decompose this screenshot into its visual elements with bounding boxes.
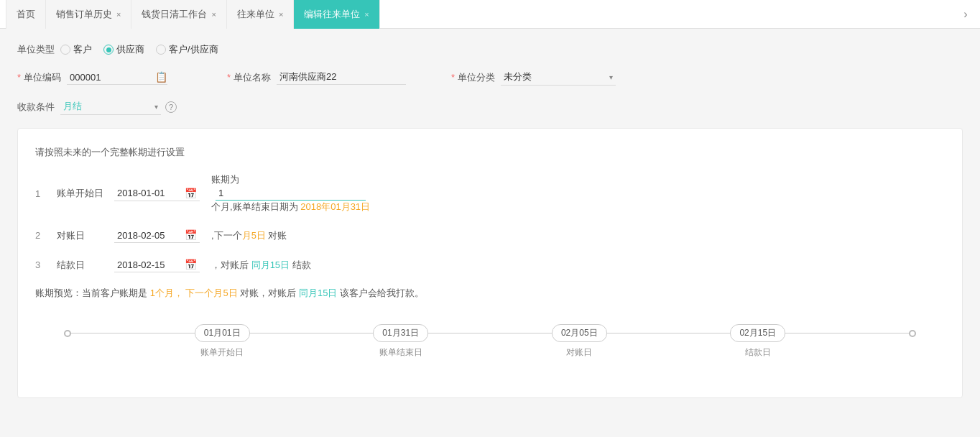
unit-name-field: * 单位名称 [227, 70, 428, 85]
radio-both-label: 客户/供应商 [169, 43, 218, 56]
period-row-3: 3 结款日 📅 ，对账后 同月15日 结款 [35, 257, 945, 272]
unit-code-input-wrapper: 📋 [67, 70, 167, 85]
copy-icon[interactable]: 📋 [155, 71, 167, 83]
tab-edit-partner[interactable]: 编辑往来单位 × [294, 0, 379, 29]
unit-code-input[interactable] [67, 70, 152, 84]
payment-terms-field: 收款条件 月结 ▾ ? [17, 98, 177, 115]
timeline-label-3: 对账日 [566, 346, 592, 359]
timeline-start-dot-circle [64, 330, 71, 337]
tab-cash-work[interactable]: 钱货日清工作台 × [131, 0, 226, 29]
close-tab-cash-work[interactable]: × [211, 10, 216, 19]
timeline-container: 01月01日 账单开始日 01月31日 账单结束日 02月05日 对账日 02月… [35, 317, 945, 380]
period-desc-2-normal: ,下一个 [211, 230, 242, 241]
unit-info-row: * 单位编码 📋 * 单位名称 * 单位分类 未分类 ▾ [17, 69, 963, 86]
unit-type-field: 单位类型 客户 供应商 客户/供应商 [17, 43, 218, 56]
unit-code-required: * [17, 72, 21, 83]
radio-both[interactable]: 客户/供应商 [156, 43, 218, 56]
payment-terms-arrow-icon: ▾ [154, 103, 158, 111]
timeline-end-dot-circle [909, 330, 916, 337]
period-end-date-highlight: 2018年01月31日 [300, 201, 370, 212]
unit-category-value: 未分类 [504, 70, 605, 83]
tabs-bar: 首页 销售订单历史 × 钱货日清工作台 × 往来单位 × 编辑往来单位 × › [0, 0, 980, 29]
unit-type-row: 单位类型 客户 供应商 客户/供应商 [17, 43, 963, 56]
period-date-input-3[interactable] [117, 259, 182, 270]
period-index-1: 1 [35, 188, 57, 199]
tab-sales-history[interactable]: 销售订单历史 × [46, 0, 131, 29]
unit-code-field: * 单位编码 📋 [17, 70, 204, 85]
period-label-1: 账单开始日 [57, 187, 114, 200]
period-desc-2-orange: 月5日 [242, 230, 266, 241]
period-desc-prefix-1: 账期为 [211, 174, 239, 185]
period-desc-suffix-1: 个月,账单结束日期为 [211, 201, 298, 212]
unit-category-field: * 单位分类 未分类 ▾ [451, 69, 616, 86]
period-date-1: 📅 [114, 186, 200, 201]
preview-1mo: 1个月， [150, 288, 183, 298]
unit-type-radio-group: 客户 供应商 客户/供应商 [60, 43, 218, 56]
unit-category-select[interactable]: 未分类 ▾ [501, 69, 616, 86]
period-index-2: 2 [35, 230, 57, 241]
timeline-badge-4: 02月15日 [730, 324, 785, 342]
radio-supplier-inner [106, 47, 111, 52]
period-row-2: 2 对账日 📅 ,下一个月5日 对账 [35, 228, 945, 243]
payment-terms-select[interactable]: 月结 ▾ [60, 98, 161, 115]
timeline-nodes-row: 01月01日 账单开始日 01月31日 账单结束日 02月05日 对账日 02月… [64, 324, 916, 359]
timeline-label-4: 结款日 [745, 346, 771, 359]
period-desc-3-normal2: 结款 [290, 259, 311, 270]
period-desc-3: ，对账后 同月15日 结款 [211, 259, 311, 272]
period-date-3: 📅 [114, 257, 200, 272]
calendar-icon-2[interactable]: 📅 [185, 229, 197, 241]
period-desc-2: ,下一个月5日 对账 [211, 229, 287, 242]
period-index-3: 3 [35, 259, 57, 270]
period-date-2: 📅 [114, 228, 200, 243]
period-card: 请按照未来的一个完整帐期进行设置 1 账单开始日 📅 账期为 个月,账单结束日期… [17, 128, 963, 398]
calendar-icon-3[interactable]: 📅 [185, 259, 197, 270]
close-tab-partner-unit[interactable]: × [279, 10, 283, 19]
unit-category-label: 单位分类 [458, 71, 495, 84]
period-desc-1: 账期为 个月,账单结束日期为 2018年01月31日 [211, 173, 370, 213]
timeline-badge-3: 02月05日 [552, 324, 607, 342]
radio-supplier[interactable]: 供应商 [103, 43, 144, 56]
period-desc-2-normal2: 对账 [266, 230, 287, 241]
radio-customer-circle [60, 45, 70, 55]
tab-partner-unit[interactable]: 往来单位 × [227, 0, 294, 29]
period-row-1: 1 账单开始日 📅 账期为 个月,账单结束日期为 2018年01月31日 [35, 173, 945, 213]
unit-category-arrow-icon: ▾ [609, 73, 613, 81]
period-date-input-1[interactable] [117, 188, 182, 198]
unit-name-label: 单位名称 [234, 71, 271, 84]
period-date-input-2[interactable] [117, 230, 182, 241]
period-label-2: 对账日 [57, 229, 114, 242]
payment-terms-value: 月结 [63, 100, 150, 113]
tabs-more-button[interactable]: › [957, 8, 974, 21]
unit-category-required: * [451, 72, 455, 83]
tab-home[interactable]: 首页 [6, 0, 46, 29]
timeline-badge-2: 01月31日 [373, 324, 428, 342]
unit-code-label: 单位编码 [24, 71, 61, 84]
period-desc-3-normal: ，对账后 [211, 259, 251, 270]
timeline-node-1: 01月01日 账单开始日 [195, 324, 250, 359]
unit-type-label: 单位类型 [17, 43, 55, 56]
timeline-badge-1: 01月01日 [195, 324, 250, 342]
radio-supplier-label: 供应商 [116, 43, 144, 56]
card-hint: 请按照未来的一个完整帐期进行设置 [35, 146, 945, 159]
close-tab-sales-history[interactable]: × [116, 10, 121, 19]
radio-customer-label: 客户 [73, 43, 92, 56]
preview-mid: 对账，对账后 [240, 288, 296, 298]
period-months-wrapper [216, 186, 366, 201]
period-months-input[interactable] [218, 188, 247, 198]
timeline-node-3: 02月05日 对账日 [552, 324, 607, 359]
payment-terms-help-icon[interactable]: ? [165, 101, 177, 113]
timeline-end-dot [909, 324, 916, 337]
timeline-start-dot [64, 324, 71, 337]
radio-customer[interactable]: 客户 [60, 43, 92, 56]
unit-name-input[interactable] [277, 70, 406, 85]
timeline-label-1: 账单开始日 [200, 346, 244, 359]
timeline-label-2: 账单结束日 [379, 346, 422, 359]
preview-same: 同月15日 [299, 288, 337, 298]
unit-name-required: * [227, 72, 231, 83]
preview-text: 账期预览：当前客户账期是 1个月， 下一个月5日 对账，对账后 同月15日 该客… [35, 287, 945, 300]
payment-terms-label: 收款条件 [17, 101, 55, 114]
close-tab-edit-partner[interactable]: × [364, 10, 369, 19]
calendar-icon-1[interactable]: 📅 [185, 188, 197, 199]
timeline-node-2: 01月31日 账单结束日 [373, 324, 428, 359]
period-label-3: 结款日 [57, 259, 114, 272]
